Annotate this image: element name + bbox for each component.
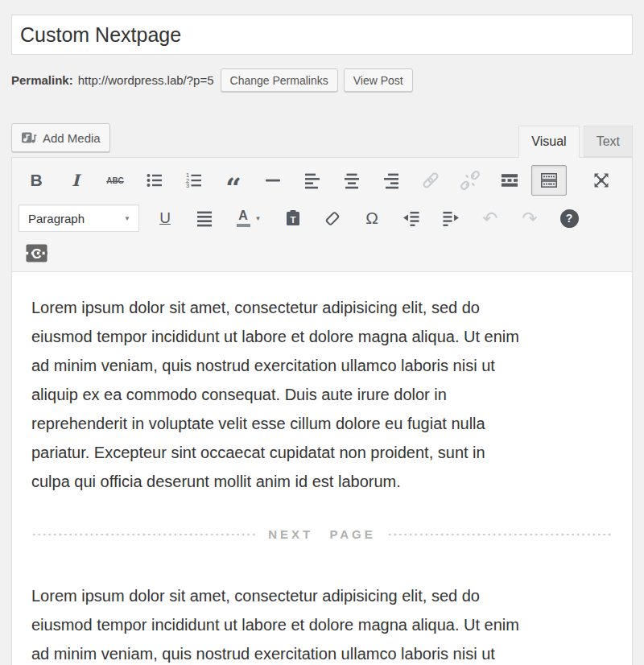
text-color-icon: A: [237, 209, 250, 227]
link-icon: [421, 171, 440, 190]
horizontal-rule-icon: [263, 171, 283, 190]
fullscreen-icon: [592, 171, 611, 190]
align-center-icon: [342, 171, 361, 190]
permalink-row: Permalink: http://wordpress.lab/?p=5 Cha…: [11, 68, 633, 93]
align-left-icon: [303, 171, 322, 190]
toolbar-row-3: C: [19, 238, 625, 268]
paragraph-format-select[interactable]: Paragraph ▼: [19, 204, 139, 232]
undo-button[interactable]: ↶: [473, 203, 508, 233]
numbered-list-button[interactable]: 1 2 3: [176, 165, 212, 196]
align-justify-icon: [195, 209, 214, 228]
underline-icon: U: [159, 209, 171, 227]
bold-button[interactable]: B: [19, 165, 54, 196]
editor-mode-tabs: Visual Text: [518, 126, 633, 157]
editor-panel: B I ABC 1 2 3: [11, 157, 633, 665]
view-post-button[interactable]: View Post: [344, 68, 413, 92]
omega-icon: Ω: [365, 209, 378, 228]
bulleted-list-icon: [145, 171, 164, 190]
editor-header: Add Media Visual Text: [11, 123, 633, 157]
wordpress-post-editor: Permalink: http://wordpress.lab/?p=5 Cha…: [0, 0, 644, 665]
paste-as-text-button[interactable]: T: [275, 203, 311, 233]
insert-link-button[interactable]: [413, 165, 448, 196]
increase-indent-button[interactable]: [433, 203, 469, 233]
nextpage-icon: C: [26, 242, 47, 264]
decrease-indent-button[interactable]: [394, 203, 429, 233]
insert-more-tag-button[interactable]: [492, 165, 527, 196]
tab-text[interactable]: Text: [584, 126, 633, 157]
text-color-button[interactable]: A ▼: [226, 203, 271, 233]
remove-link-button[interactable]: [452, 165, 488, 196]
custom-nextpage-button[interactable]: C: [19, 238, 54, 268]
toolbar-row-2: Paragraph ▼ U A: [19, 199, 625, 238]
page-break-dots-left: [31, 533, 257, 536]
page-break-divider: NEXT PAGE: [31, 527, 613, 543]
outdent-icon: [402, 209, 421, 228]
underline-button[interactable]: U: [147, 203, 183, 233]
unlink-icon: [460, 171, 480, 190]
bold-icon: B: [30, 171, 42, 190]
horizontal-rule-button[interactable]: [255, 165, 291, 196]
editor-content-area[interactable]: Lorem ipsum dolor sit amet, consectetur …: [12, 272, 632, 665]
paragraph-format-value: Paragraph: [28, 212, 85, 225]
fullscreen-button[interactable]: [584, 165, 619, 196]
toolbar-toggle-icon: [539, 171, 559, 190]
align-right-button[interactable]: [374, 165, 409, 196]
bulleted-list-button[interactable]: [137, 165, 172, 196]
italic-icon: I: [72, 171, 79, 190]
change-permalinks-button[interactable]: Change Permalinks: [221, 68, 338, 92]
toolbar-row-1: B I ABC 1 2 3: [19, 162, 625, 199]
eraser-icon: [323, 209, 342, 228]
editor-paragraph-2: Lorem ipsum dolor sit amet, consectetur …: [31, 581, 613, 665]
chevron-down-icon: ▼: [255, 215, 262, 222]
help-icon: ?: [560, 209, 579, 228]
strikethrough-button[interactable]: ABC: [97, 165, 133, 196]
align-left-button[interactable]: [295, 165, 330, 196]
clear-formatting-button[interactable]: [315, 203, 350, 233]
tab-visual[interactable]: Visual: [518, 126, 579, 158]
redo-button[interactable]: ↷: [512, 203, 547, 233]
align-center-button[interactable]: [334, 165, 369, 196]
redo-icon: ↷: [522, 209, 537, 228]
media-icon: [21, 130, 37, 146]
page-break-label: NEXT PAGE: [268, 527, 376, 543]
add-media-button[interactable]: Add Media: [11, 123, 110, 152]
more-tag-icon: [500, 171, 519, 190]
svg-text:3: 3: [186, 182, 189, 189]
permalink-label: Permalink:: [11, 73, 73, 87]
align-justify-button[interactable]: [187, 203, 222, 233]
help-button[interactable]: ?: [551, 203, 587, 233]
permalink-url: http://wordpress.lab/?p=5: [78, 73, 214, 87]
svg-text:T: T: [290, 215, 295, 225]
paste-as-text-icon: T: [283, 209, 303, 228]
page-break-dots-right: [387, 533, 613, 536]
special-character-button[interactable]: Ω: [354, 203, 390, 233]
align-right-icon: [382, 171, 401, 190]
add-media-label: Add Media: [43, 131, 101, 145]
editor-toolbar: B I ABC 1 2 3: [12, 158, 632, 272]
indent-icon: [441, 209, 460, 228]
undo-icon: ↶: [482, 209, 497, 228]
italic-button[interactable]: I: [58, 165, 93, 196]
strikethrough-icon: ABC: [106, 176, 124, 185]
editor-paragraph-1: Lorem ipsum dolor sit amet, consectetur …: [31, 293, 613, 496]
numbered-list-icon: 1 2 3: [184, 171, 204, 190]
toolbar-toggle-button[interactable]: [531, 165, 567, 196]
chevron-down-icon: ▼: [124, 215, 130, 222]
blockquote-button[interactable]: “: [216, 165, 251, 196]
post-title-input[interactable]: [11, 14, 633, 55]
